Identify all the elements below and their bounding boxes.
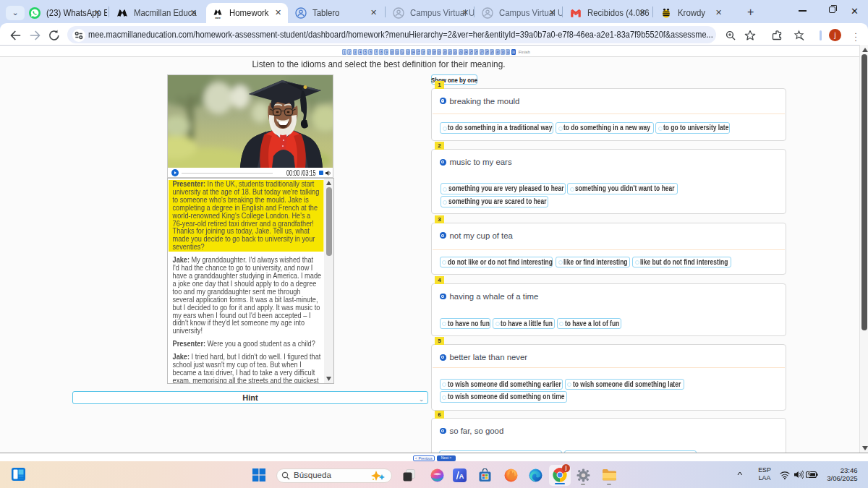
- svg-text:mee: mee: [215, 17, 221, 20]
- svg-text:A: A: [459, 472, 464, 480]
